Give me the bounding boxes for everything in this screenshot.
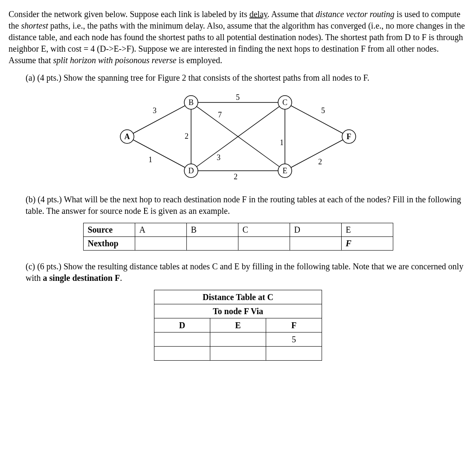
nexthop-val-d <box>290 237 341 251</box>
svg-line-1 <box>127 137 191 171</box>
weight-ef: 2 <box>318 158 322 166</box>
network-graph: A B C D E F 3 1 2 5 7 3 2 1 5 2 <box>9 90 467 184</box>
table-row: Nexthop F <box>83 237 393 251</box>
dist-blank <box>210 347 266 361</box>
nexthop-val-c <box>238 237 290 251</box>
weight-ab: 3 <box>153 106 157 115</box>
part-c: (c) (6 pts.) Show the resulting distance… <box>26 261 467 284</box>
weight-cf: 5 <box>321 106 325 115</box>
dist-val-d <box>154 332 210 347</box>
table-row <box>154 347 322 361</box>
part-b-pts: (4 pts.) <box>38 195 62 204</box>
nexthop-col-d: D <box>290 223 341 237</box>
graph-weights: 3 1 2 5 7 3 2 1 5 2 <box>148 93 325 181</box>
shortest-italic: shortest <box>21 21 48 30</box>
nexthop-table-wrap: Source A B C D E Nexthop F <box>9 223 467 251</box>
distance-table-c: Distance Table at C To node F Via D E F … <box>154 290 322 361</box>
part-b-text: What will be the next hop to reach desti… <box>26 195 461 216</box>
part-c-pts: (6 pts.) <box>37 262 61 271</box>
table-row: To node F Via <box>154 304 322 318</box>
weight-ce: 1 <box>280 138 284 147</box>
part-b-label: (b) <box>26 195 35 204</box>
weight-de: 2 <box>234 172 238 181</box>
weight-bd: 2 <box>185 132 189 140</box>
dist-blank <box>154 347 210 361</box>
node-b-label: B <box>189 98 194 107</box>
intro-paragraph: Consider the network given below. Suppos… <box>9 9 467 66</box>
dist-col-d: D <box>154 318 210 332</box>
dist-val-e <box>210 332 266 347</box>
part-a-text: Show the spanning tree for Figure 2 that… <box>64 73 369 82</box>
node-c-label: C <box>282 98 287 107</box>
graph-svg: A B C D E F 3 1 2 5 7 3 2 1 5 2 <box>106 90 370 184</box>
dv-routing-italic: distance vector routing <box>316 9 395 19</box>
weight-bc: 5 <box>236 93 240 102</box>
node-e-label: E <box>283 166 287 175</box>
distance-table-wrap: Distance Table at C To node F Via D E F … <box>9 290 467 361</box>
node-d-label: D <box>189 166 194 175</box>
part-a: (a) (4 pts.) Show the spanning tree for … <box>26 72 467 84</box>
weight-be: 7 <box>218 111 222 119</box>
svg-line-9 <box>285 137 349 171</box>
nexthop-col-e: E <box>341 223 393 237</box>
dist-col-e: E <box>210 318 266 332</box>
nexthop-col-c: C <box>238 223 290 237</box>
weight-ad: 1 <box>148 155 152 164</box>
svg-line-0 <box>127 102 191 137</box>
part-a-pts: (4 pts.) <box>37 73 61 82</box>
table-row: Distance Table at C <box>154 290 322 304</box>
nexthop-val-a <box>135 237 186 251</box>
part-c-bold: a single destination F <box>43 273 120 283</box>
node-a-label: A <box>125 132 130 141</box>
nexthop-col-b: B <box>186 223 238 237</box>
dist-title: Distance Table at C <box>154 290 322 304</box>
table-row: 5 <box>154 332 322 347</box>
dist-col-f: F <box>266 318 322 332</box>
nexthop-table: Source A B C D E Nexthop F <box>83 223 393 251</box>
nexthop-col-a: A <box>135 223 186 237</box>
table-row: Source A B C D E <box>83 223 393 237</box>
part-b: (b) (4 pts.) What will be the next hop t… <box>26 194 467 217</box>
split-horizon-italic: split horizon with poisonous reverse <box>53 55 176 65</box>
weight-dc: 3 <box>217 153 221 162</box>
intro-text: . Assume that <box>267 9 316 19</box>
nexthop-header-nexthop: Nexthop <box>83 237 135 251</box>
svg-line-8 <box>285 102 349 137</box>
intro-text: Consider the network given below. Suppos… <box>9 9 250 19</box>
nexthop-header-source: Source <box>83 223 135 237</box>
nexthop-val-e: F <box>341 237 393 251</box>
dist-blank <box>266 347 322 361</box>
table-row: D E F <box>154 318 322 332</box>
nexthop-val-b <box>186 237 238 251</box>
part-c-text3: . <box>120 273 122 283</box>
part-c-label: (c) <box>26 262 35 271</box>
dist-val-f: 5 <box>266 332 322 347</box>
node-f-label: F <box>347 132 351 141</box>
delay-underline: delay <box>250 9 267 19</box>
part-a-label: (a) <box>26 73 35 82</box>
graph-edges <box>127 102 349 171</box>
dist-subtitle: To node F Via <box>154 304 322 318</box>
intro-text: is employed. <box>177 55 222 65</box>
